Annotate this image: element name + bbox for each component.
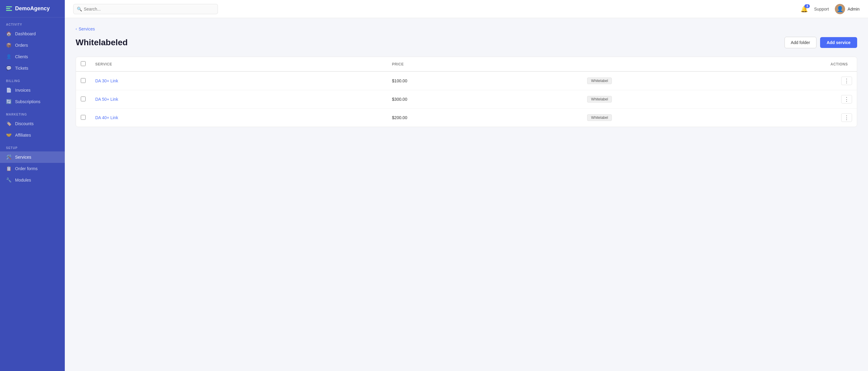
sidebar-item-label: Subscriptions <box>15 99 40 104</box>
logo-icon <box>6 6 12 11</box>
row-badge-cell: Whitelabel <box>582 109 826 127</box>
sidebar-item-label: Affiliates <box>15 133 31 138</box>
sidebar-item-modules[interactable]: 🔧 Modules <box>0 174 65 186</box>
row-actions-cell: ⋮ <box>826 90 857 109</box>
main-area: 🔍 🔔 3 Support 👤 Admin ‹ Services Whitela… <box>65 0 868 371</box>
services-table-card: SERVICE PRICE ACTIONS DA 30+ Link $100.0… <box>76 57 857 127</box>
sidebar-item-discounts[interactable]: 🏷️ Discounts <box>0 118 65 130</box>
row-checkbox-cell <box>76 72 90 90</box>
tickets-icon: 💬 <box>6 65 11 71</box>
row-service-cell: DA 50+ Link <box>90 90 387 109</box>
col-header-service: SERVICE <box>90 57 387 72</box>
breadcrumb-label: Services <box>79 27 95 31</box>
sidebar-item-label: Clients <box>15 54 28 59</box>
sidebar-item-order-forms[interactable]: 📋 Order forms <box>0 163 65 174</box>
row-badge-cell: Whitelabel <box>582 90 826 109</box>
avatar: 👤 <box>835 4 845 14</box>
row-service-cell: DA 40+ Link <box>90 109 387 127</box>
sidebar-item-subscriptions[interactable]: 🔄 Subscriptions <box>0 96 65 107</box>
discounts-icon: 🏷️ <box>6 121 11 126</box>
orders-icon: 📦 <box>6 42 11 48</box>
dashboard-icon: 🏠 <box>6 31 11 36</box>
breadcrumb-chevron: ‹ <box>76 27 77 31</box>
sidebar-item-label: Order forms <box>15 166 38 171</box>
whitelabel-badge: Whitelabel <box>587 96 612 103</box>
row-actions-button-1[interactable]: ⋮ <box>841 95 852 104</box>
page-header: Whitelabeled Add folder Add service <box>76 37 857 48</box>
table-head: SERVICE PRICE ACTIONS <box>76 57 857 72</box>
admin-menu[interactable]: 👤 Admin <box>835 4 860 14</box>
sidebar-item-clients[interactable]: 👤 Clients <box>0 51 65 62</box>
topbar: 🔍 🔔 3 Support 👤 Admin <box>65 0 868 18</box>
table-row: DA 30+ Link $100.00 Whitelabel ⋮ <box>76 72 857 90</box>
table-row: DA 50+ Link $300.00 Whitelabel ⋮ <box>76 90 857 109</box>
admin-name: Admin <box>847 7 860 11</box>
sidebar-item-dashboard[interactable]: 🏠 Dashboard <box>0 28 65 39</box>
notification-badge: 3 <box>804 4 810 8</box>
sidebar-item-label: Tickets <box>15 66 28 70</box>
sidebar-item-label: Discounts <box>15 121 33 126</box>
modules-icon: 🔧 <box>6 177 11 183</box>
row-badge-cell: Whitelabel <box>582 72 826 90</box>
logo[interactable]: DemoAgency <box>0 0 65 18</box>
select-all-checkbox[interactable] <box>81 61 86 66</box>
col-header-badge <box>582 57 826 72</box>
service-link-0[interactable]: DA 30+ Link <box>95 79 118 83</box>
sidebar-item-invoices[interactable]: 📄 Invoices <box>0 84 65 96</box>
add-service-button[interactable]: Add service <box>820 37 857 48</box>
section-label-marketing: MARKETING <box>0 107 65 118</box>
row-checkbox-2[interactable] <box>81 115 86 120</box>
subscriptions-icon: 🔄 <box>6 99 11 104</box>
row-checkbox-1[interactable] <box>81 96 86 101</box>
section-label-setup: SETUP <box>0 141 65 151</box>
col-header-actions: ACTIONS <box>826 57 857 72</box>
row-price-cell: $300.00 <box>387 90 583 109</box>
sidebar-item-label: Services <box>15 155 31 160</box>
whitelabel-badge: Whitelabel <box>587 114 612 121</box>
notification-button[interactable]: 🔔 3 <box>801 5 808 13</box>
breadcrumb[interactable]: ‹ Services <box>76 27 857 31</box>
service-link-1[interactable]: DA 50+ Link <box>95 97 118 102</box>
table-body: DA 30+ Link $100.00 Whitelabel ⋮ DA 50+ … <box>76 72 857 127</box>
sidebar: DemoAgency ACTIVITY 🏠 Dashboard 📦 Orders… <box>0 0 65 371</box>
topbar-right: 🔔 3 Support 👤 Admin <box>801 4 860 14</box>
affiliates-icon: 🤝 <box>6 133 11 138</box>
row-actions-cell: ⋮ <box>826 72 857 90</box>
sidebar-item-label: Dashboard <box>15 31 36 36</box>
page-title: Whitelabeled <box>76 38 128 47</box>
services-icon: 🛠️ <box>6 154 11 160</box>
sidebar-item-affiliates[interactable]: 🤝 Affiliates <box>0 130 65 141</box>
content-area: ‹ Services Whitelabeled Add folder Add s… <box>65 18 868 371</box>
support-link[interactable]: Support <box>814 7 829 11</box>
table-row: DA 40+ Link $200.00 Whitelabel ⋮ <box>76 109 857 127</box>
row-actions-button-0[interactable]: ⋮ <box>841 77 852 85</box>
sidebar-item-label: Modules <box>15 178 31 182</box>
service-link-2[interactable]: DA 40+ Link <box>95 115 118 120</box>
order-forms-icon: 📋 <box>6 166 11 171</box>
row-checkbox-cell <box>76 109 90 127</box>
search-icon: 🔍 <box>77 7 82 11</box>
row-checkbox-0[interactable] <box>81 78 86 83</box>
row-actions-button-2[interactable]: ⋮ <box>841 113 852 122</box>
sidebar-item-services[interactable]: 🛠️ Services <box>0 151 65 163</box>
row-actions-cell: ⋮ <box>826 109 857 127</box>
row-checkbox-cell <box>76 90 90 109</box>
row-service-cell: DA 30+ Link <box>90 72 387 90</box>
search-wrapper: 🔍 <box>73 4 218 14</box>
clients-icon: 👤 <box>6 54 11 59</box>
app-name: DemoAgency <box>15 5 50 12</box>
sidebar-item-label: Invoices <box>15 88 30 93</box>
row-price-cell: $200.00 <box>387 109 583 127</box>
invoices-icon: 📄 <box>6 87 11 93</box>
col-header-price: PRICE <box>387 57 583 72</box>
add-folder-button[interactable]: Add folder <box>784 37 816 48</box>
sidebar-item-orders[interactable]: 📦 Orders <box>0 39 65 51</box>
whitelabel-badge: Whitelabel <box>587 78 612 84</box>
services-table: SERVICE PRICE ACTIONS DA 30+ Link $100.0… <box>76 57 857 127</box>
section-label-activity: ACTIVITY <box>0 18 65 28</box>
sidebar-item-tickets[interactable]: 💬 Tickets <box>0 62 65 74</box>
section-label-billing: BILLING <box>0 74 65 84</box>
header-actions: Add folder Add service <box>784 37 857 48</box>
row-price-cell: $100.00 <box>387 72 583 90</box>
search-input[interactable] <box>73 4 218 14</box>
